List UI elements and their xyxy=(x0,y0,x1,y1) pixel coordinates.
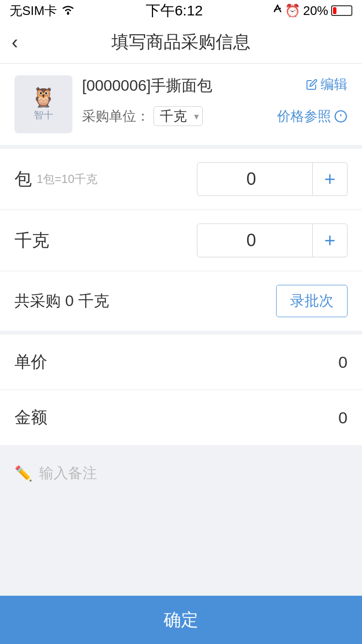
amount-value: 0 xyxy=(338,408,348,427)
back-button[interactable]: ‹ xyxy=(12,31,18,53)
status-bar: 无SIM卡 下午6:12 ⏰ 20% xyxy=(0,0,362,21)
carrier-text: 无SIM卡 xyxy=(10,2,57,19)
remark-section[interactable]: ✏️ 输入备注 xyxy=(0,449,362,498)
status-bar-time: 下午6:12 xyxy=(146,1,203,21)
unit-label: 采购单位： 千克 包 ▾ xyxy=(82,106,203,126)
product-card: 🦉 智十 [0000006]手撕面包 编辑 采购单位： xyxy=(0,64,362,149)
input-right-kg: + xyxy=(197,224,348,257)
summary-row: 共采购 0 千克 录批次 xyxy=(0,271,362,335)
alarm-icon: ⏰ xyxy=(285,3,300,18)
input-section: 包 1包=10千克 + 千克 + xyxy=(0,149,362,271)
status-bar-left: 无SIM卡 xyxy=(10,2,75,19)
info-row-amount: 金额 0 xyxy=(0,390,362,445)
unit-price-label: 单价 xyxy=(14,351,47,373)
nav-bar: ‹ 填写商品采购信息 xyxy=(0,21,362,64)
wifi-icon xyxy=(61,3,75,18)
confirm-button[interactable]: 确定 xyxy=(0,596,362,644)
bag-quantity-input[interactable] xyxy=(197,162,313,196)
battery-percent: 20% xyxy=(303,3,328,18)
price-ref-button[interactable]: 价格参照 xyxy=(277,107,348,126)
input-sublabel-bag: 1包=10千克 xyxy=(37,171,97,187)
input-row-bag: 包 1包=10千克 + xyxy=(0,149,362,210)
info-row-unit-price: 单价 0 xyxy=(0,335,362,390)
edit-button[interactable]: 编辑 xyxy=(306,75,348,94)
input-row-kg: 千克 + xyxy=(0,210,362,271)
input-right-bag: + xyxy=(197,162,348,196)
product-owl-icon: 🦉 xyxy=(31,87,56,107)
input-label-bag: 包 1包=10千克 xyxy=(14,168,97,191)
battery-icon xyxy=(331,5,352,16)
page-title: 填写商品采购信息 xyxy=(111,30,251,54)
svg-point-0 xyxy=(67,12,70,14)
status-bar-right: ⏰ 20% xyxy=(273,3,352,18)
remark-placeholder: 输入备注 xyxy=(39,463,97,483)
info-section: 单价 0 金额 0 xyxy=(0,335,362,449)
unit-price-value: 0 xyxy=(338,353,348,372)
unit-select-wrapper[interactable]: 千克 包 ▾ xyxy=(153,106,203,126)
kg-plus-button[interactable]: + xyxy=(313,224,348,257)
batch-button[interactable]: 录批次 xyxy=(276,285,348,317)
amount-label: 金额 xyxy=(14,406,47,429)
bag-plus-button[interactable]: + xyxy=(313,162,348,196)
summary-text: 共采购 0 千克 xyxy=(14,291,109,312)
product-image: 🦉 智十 xyxy=(14,75,72,133)
location-icon xyxy=(273,3,282,18)
product-name: [0000006]手撕面包 xyxy=(82,75,212,97)
product-info: [0000006]手撕面包 编辑 采购单位： 千克 包 xyxy=(82,75,348,126)
edit-label: 编辑 xyxy=(320,75,348,94)
product-image-subtext: 智十 xyxy=(34,109,53,122)
input-label-kg: 千克 xyxy=(14,229,49,252)
remark-pencil-icon: ✏️ xyxy=(14,465,32,482)
unit-select[interactable]: 千克 包 xyxy=(153,106,203,126)
kg-quantity-input[interactable] xyxy=(197,224,313,257)
price-ref-label: 价格参照 xyxy=(277,107,331,126)
